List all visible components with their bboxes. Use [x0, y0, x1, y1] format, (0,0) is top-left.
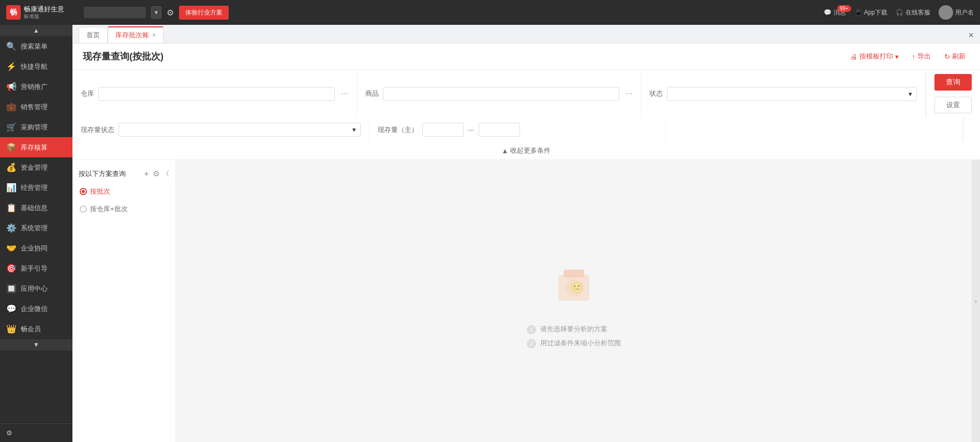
stock-status-select[interactable]: ▾ [118, 123, 361, 137]
sidebar-item-sales[interactable]: 💼 销售管理 [0, 97, 72, 117]
user-avatar-btn[interactable]: 用户名 [939, 5, 974, 20]
filter-goods-col: 商品 ··· [357, 70, 642, 117]
filter-secondary-row: 现存量状态 ▾ 现存量（主） — [72, 117, 980, 142]
sidebar-item-appcenter-label: 应用中心 [21, 284, 48, 293]
sidebar-item-basic[interactable]: 📋 基础信息 [0, 198, 72, 218]
message-icon: 💬 [824, 9, 831, 16]
warehouse-dots-btn[interactable]: ··· [341, 89, 348, 98]
collapse-label: 收起更多条件 [510, 146, 551, 155]
sidebar-item-newbie[interactable]: 🎯 新手引导 [0, 258, 72, 278]
sidebar-item-search[interactable]: 🔍 搜索菜单 [0, 36, 72, 56]
stock-qty-to-input[interactable] [479, 123, 520, 137]
filter-main-row: 仓库 ··· 商品 ··· 状态 ▾ [72, 70, 980, 117]
sidebar: ▲ 🔍 搜索菜单 ⚡ 快捷导航 📢 营销推广 💼 销售管理 🛒 采购管理 📦 库… [0, 25, 72, 442]
tab-inventory-batch-label: 库存批次账 [115, 31, 149, 40]
goods-input[interactable] [383, 87, 619, 101]
sidebar-item-weixin[interactable]: 💬 企业微信 [0, 299, 72, 319]
app-download-btn[interactable]: 📱 App下载 [854, 8, 887, 17]
tab-home-label: 首页 [86, 31, 100, 40]
left-panel-item-warehouse-batch[interactable]: 按仓库+批次 [72, 200, 175, 218]
sidebar-item-basic-label: 基础信息 [21, 203, 48, 213]
stock-qty-from-input[interactable] [422, 123, 464, 137]
stock-status-chevron-icon: ▾ [352, 126, 356, 134]
topbar-search-input[interactable] [84, 7, 146, 18]
topbar: 畅 畅康通好生意 标准版 ▾ ⚙ 体验行业方案 💬 消息 99+ 📱 App下载… [0, 0, 980, 25]
goods-dots-btn[interactable]: ··· [626, 89, 632, 98]
filter-empty-col [666, 117, 963, 142]
logo-text: 畅康通好生意 标准版 [24, 5, 64, 20]
user-avatar [939, 5, 953, 20]
sidebar-scroll-down[interactable]: ▼ [0, 339, 72, 350]
crown-icon: 👑 [6, 324, 17, 334]
sidebar-item-inventory[interactable]: 📦 库存核算 [0, 137, 72, 157]
warehouse-input[interactable] [98, 87, 335, 101]
sidebar-item-marketing-label: 营销推广 [21, 82, 48, 92]
left-panel-collapse-icon[interactable]: 《 [162, 169, 169, 179]
sidebar-item-quicknav[interactable]: ⚡ 快捷导航 [0, 56, 72, 77]
app-subtitle: 标准版 [24, 13, 64, 20]
topbar-right-actions: 💬 消息 99+ 📱 App下载 🎧 在线客服 用户名 [824, 5, 974, 20]
stock-qty-label: 现存量（主） [378, 125, 418, 135]
refresh-icon: ↻ [944, 53, 950, 61]
batch-radio [80, 188, 87, 195]
app-download-icon: 📱 [854, 9, 862, 16]
left-panel-actions: ＋ ⊙ 《 [143, 169, 169, 179]
customer-service-btn[interactable]: 🎧 在线客服 [896, 8, 930, 17]
logo-icon: 畅 [6, 5, 21, 20]
export-btn[interactable]: ↑ 导出 [908, 50, 936, 63]
sidebar-item-purchase[interactable]: 🛒 采购管理 [0, 117, 72, 137]
content-area: 首页 库存批次账 × × 现存量查询(按批次) 🖨 按模板打印 ▾ ↑ 导出 [72, 25, 980, 442]
sidebar-item-marketing[interactable]: 📢 营销推广 [0, 77, 72, 97]
filter-stock-status-col: 现存量状态 ▾ [72, 117, 369, 142]
refresh-btn[interactable]: ↻ 刷新 [940, 50, 970, 63]
sidebar-item-system-label: 系统管理 [21, 224, 48, 233]
filter-stock-qty-col: 现存量（主） — [369, 117, 666, 142]
sidebar-item-member[interactable]: 👑 畅会员 [0, 319, 72, 339]
set-btn[interactable]: 设置 [934, 97, 972, 113]
sidebar-item-appcenter[interactable]: 🔲 应用中心 [0, 278, 72, 299]
empty-hint-2: 2 用过滤条件来缩小分析范围 [527, 338, 621, 348]
status-chevron-icon: ▾ [909, 90, 912, 98]
right-panel[interactable]: › [972, 160, 980, 442]
topbar-dropdown[interactable]: ▾ [151, 6, 161, 19]
page-header: 现存量查询(按批次) 🖨 按模板打印 ▾ ↑ 导出 ↻ 刷新 [72, 43, 980, 70]
left-panel-settings-icon[interactable]: ⊙ [153, 169, 159, 179]
lightning-icon: ⚡ [6, 62, 17, 71]
print-dropdown-icon: ▾ [895, 53, 899, 61]
empty-hints: 1 请先选择要分析的方案 2 用过滤条件来缩小分析范围 [527, 325, 621, 348]
sidebar-item-operations[interactable]: 📊 经营管理 [0, 178, 72, 198]
sidebar-settings-btn[interactable]: ⚙ [0, 424, 72, 442]
print-btn[interactable]: 🖨 按模板打印 ▾ [847, 50, 903, 63]
right-panel-arrow-icon: › [975, 298, 977, 305]
collapse-up-icon: ▲ [502, 147, 509, 155]
sidebar-item-weixin-label: 企业微信 [21, 304, 48, 314]
svg-text:😕: 😕 [570, 281, 584, 294]
stock-status-label: 现存量状态 [81, 125, 114, 135]
tab-inventory-batch[interactable]: 库存批次账 × [108, 26, 164, 43]
filter-actions: 查询 设置 [926, 70, 980, 117]
sidebar-item-search-label: 搜索菜单 [21, 42, 48, 51]
messages-btn[interactable]: 💬 消息 99+ [824, 8, 846, 17]
filter-status-col: 状态 ▾ [641, 70, 926, 117]
query-btn[interactable]: 查询 [934, 74, 972, 91]
close-panel-btn[interactable]: × [968, 30, 974, 43]
left-panel-header: 按以下方案查询 ＋ ⊙ 《 [72, 165, 175, 183]
experience-button[interactable]: 体验行业方案 [179, 6, 229, 20]
warehouse-batch-label: 按仓库+批次 [90, 204, 128, 214]
sidebar-item-finance[interactable]: 💰 资金管理 [0, 157, 72, 178]
warehouse-batch-radio [80, 205, 87, 213]
hint-num-1: 1 [527, 325, 536, 334]
topbar-gear-icon[interactable]: ⚙ [167, 8, 174, 18]
collapse-btn[interactable]: ▲ 收起更多条件 [72, 142, 980, 159]
tab-home[interactable]: 首页 [79, 27, 108, 43]
left-panel-add-icon[interactable]: ＋ [143, 169, 150, 179]
status-select[interactable]: ▾ [667, 87, 917, 101]
sidebar-item-collab-label: 企业协同 [21, 244, 48, 253]
sidebar-item-collab[interactable]: 🤝 企业协同 [0, 238, 72, 258]
sidebar-item-system[interactable]: ⚙️ 系统管理 [0, 218, 72, 238]
headphone-icon: 🎧 [896, 9, 903, 16]
sidebar-scroll-up[interactable]: ▲ [0, 25, 72, 36]
tab-close-icon[interactable]: × [152, 32, 156, 39]
app-download-label: App下载 [864, 8, 887, 17]
left-panel-item-batch[interactable]: 按批次 [72, 183, 175, 200]
